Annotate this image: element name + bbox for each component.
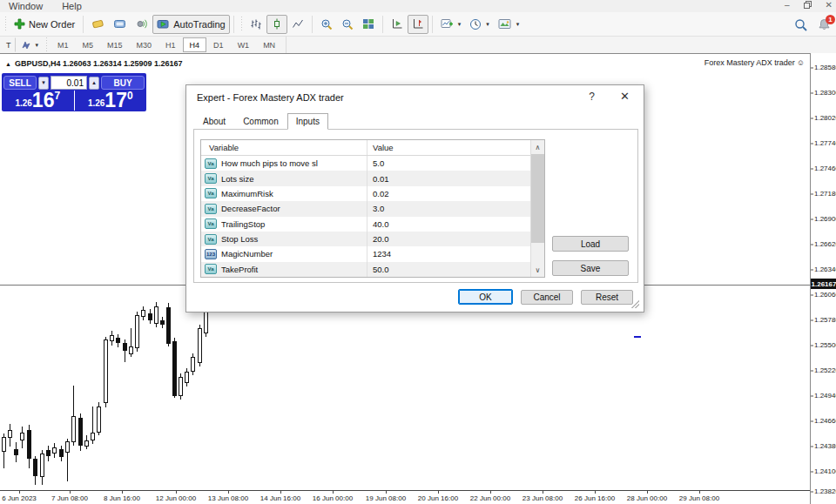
tab-common[interactable]: Common — [234, 114, 287, 130]
menu-window[interactable]: Window — [9, 1, 43, 11]
menu-help[interactable]: Help — [62, 1, 82, 11]
load-button[interactable]: Load — [552, 236, 629, 252]
input-row[interactable]: VaHow much pips to move sl5.0 — [201, 156, 544, 171]
timeframe-button-w1[interactable]: W1 — [231, 37, 257, 52]
chart-shift-button[interactable] — [408, 15, 428, 34]
tab-inputs[interactable]: Inputs — [287, 113, 328, 130]
time-axis-label: 13 Jun 08:00 — [208, 494, 248, 502]
input-value-cell[interactable]: 1234 — [367, 246, 544, 261]
dialog-close-button[interactable]: ✕ — [620, 90, 630, 103]
periods-dropdown[interactable]: ▾ — [465, 15, 494, 34]
auto-scroll-button[interactable] — [387, 15, 408, 34]
templates-dropdown[interactable]: ▾ — [494, 15, 524, 34]
notification-badge: 1 — [826, 15, 835, 24]
scrollbar-track[interactable] — [531, 154, 544, 263]
timeframe-button-mn[interactable]: MN — [256, 37, 282, 52]
input-variable-name: How much pips to move sl — [221, 158, 318, 168]
timeframe-button-d1[interactable]: D1 — [206, 37, 231, 52]
input-value-cell[interactable]: 40.0 — [367, 217, 544, 232]
indicators-dropdown[interactable]: ▾ — [436, 15, 466, 34]
timeframe-button-m30[interactable]: M30 — [130, 37, 159, 52]
cursor-tools-dropdown[interactable]: ▾ — [16, 37, 44, 52]
ea-smiley-icon[interactable]: ☺ — [797, 58, 805, 67]
sell-button[interactable]: SELL — [3, 76, 37, 90]
column-header-value: Value — [367, 140, 544, 155]
timeframe-button-h1[interactable]: H1 — [158, 37, 183, 52]
zoom-out-button[interactable] — [337, 15, 358, 34]
deposit-button[interactable] — [87, 15, 109, 34]
candle-body — [166, 307, 171, 344]
toolbar-grip[interactable] — [44, 37, 49, 53]
ok-button[interactable]: OK — [458, 289, 513, 305]
volume-decrease-button[interactable]: ▾ — [38, 77, 49, 90]
input-value-cell[interactable]: 50.0 — [367, 262, 544, 277]
price-axis[interactable]: 1.26167 1.285801.283001.280201.277401.27… — [810, 53, 836, 504]
cancel-button[interactable]: Cancel — [521, 290, 573, 305]
minimize-button[interactable]: – — [785, 0, 790, 10]
value-parameter-icon: Va — [205, 204, 217, 214]
input-row[interactable]: VaTrailingStop40.0 — [201, 217, 544, 232]
scroll-down-button[interactable]: ∨ — [531, 263, 544, 277]
signals-button[interactable] — [131, 15, 152, 34]
search-icon[interactable] — [794, 18, 807, 31]
time-axis[interactable]: 6 Jun 20237 Jun 08:008 Jun 16:0012 Jun 0… — [0, 490, 810, 504]
candle-body — [179, 377, 183, 396]
close-window-button[interactable]: ✕ — [826, 0, 833, 10]
volume-input[interactable] — [51, 76, 87, 90]
input-variable-cell: VaStop Loss — [201, 234, 367, 245]
input-value-cell[interactable]: 20.0 — [367, 232, 544, 246]
buy-button[interactable]: BUY — [101, 76, 145, 90]
tab-about[interactable]: About — [194, 114, 234, 130]
price-axis-label: 1.27740 — [811, 139, 836, 147]
bar-chart-mode-button[interactable] — [246, 15, 266, 34]
tile-windows-button[interactable] — [358, 15, 379, 34]
input-value-cell[interactable]: 5.0 — [367, 156, 544, 171]
time-axis-tick — [70, 491, 71, 494]
time-axis-label: 29 Jun 08:00 — [679, 494, 719, 502]
scrollbar-thumb[interactable] — [531, 154, 544, 243]
sell-price[interactable]: 1.26 16 7 — [2, 91, 75, 111]
input-variable-cell: VaTakeProfit — [201, 264, 367, 274]
timeframe-button-m5[interactable]: M5 — [76, 37, 101, 52]
new-order-button[interactable]: New Order — [10, 15, 79, 34]
save-button[interactable]: Save — [552, 260, 629, 276]
text-tool-icon[interactable]: T — [2, 37, 16, 52]
input-row[interactable]: VaTakeProfit50.0 — [201, 262, 544, 277]
zoom-in-button[interactable] — [316, 15, 337, 34]
candle-body — [84, 440, 89, 447]
candlestick-mode-button[interactable] — [266, 15, 287, 34]
dialog-resize-grip[interactable] — [631, 300, 639, 308]
timeframe-button-m1[interactable]: M1 — [51, 37, 76, 52]
input-row[interactable]: VaStop Loss20.0 — [201, 232, 544, 246]
price-axis-label: 1.26060 — [811, 291, 836, 299]
input-variable-cell: VaDecreaseFactor — [201, 204, 367, 214]
timeframe-button-h4[interactable]: H4 — [183, 37, 207, 52]
new-order-label: New Order — [29, 19, 75, 30]
toolbar-grip[interactable] — [239, 17, 244, 32]
input-row[interactable]: 123MagicNumber1234 — [201, 246, 544, 261]
virtual-hosting-button[interactable] — [109, 15, 131, 34]
toolbar-timeframes: T ▾ M1M5M15M30H1H4D1W1MN — [0, 37, 836, 53]
notifications-button[interactable]: 1 — [818, 18, 831, 30]
line-chart-mode-button[interactable] — [287, 15, 308, 34]
buy-price[interactable]: 1.26 17 0 — [75, 91, 147, 111]
input-row[interactable]: VaMaximumRisk0.02 — [201, 186, 544, 201]
scroll-up-button[interactable]: ∧ — [531, 140, 544, 154]
candle-body — [110, 335, 114, 341]
collapse-panel-icon[interactable]: ▲ — [5, 61, 11, 67]
input-value-cell[interactable]: 0.01 — [367, 171, 544, 185]
cursor-crosshair-icon — [20, 40, 31, 50]
input-value-cell[interactable]: 3.0 — [367, 201, 544, 216]
volume-increase-button[interactable]: ▴ — [89, 77, 99, 90]
input-variable-name: Lots size — [221, 174, 254, 184]
dialog-help-button[interactable]: ? — [589, 91, 595, 103]
reset-button[interactable]: Reset — [581, 290, 633, 305]
restore-button[interactable] — [804, 1, 812, 9]
autotrading-toggle[interactable]: AutoTrading — [152, 15, 230, 34]
toolbar-grip[interactable] — [3, 17, 8, 32]
timeframe-button-m15[interactable]: M15 — [100, 37, 130, 52]
input-value-cell[interactable]: 0.02 — [367, 186, 544, 201]
dialog-title-bar[interactable]: Expert - Forex Mastery ADX trader — [186, 85, 644, 109]
input-row[interactable]: VaDecreaseFactor3.0 — [201, 201, 544, 216]
input-row[interactable]: VaLots size0.01 — [201, 171, 544, 185]
